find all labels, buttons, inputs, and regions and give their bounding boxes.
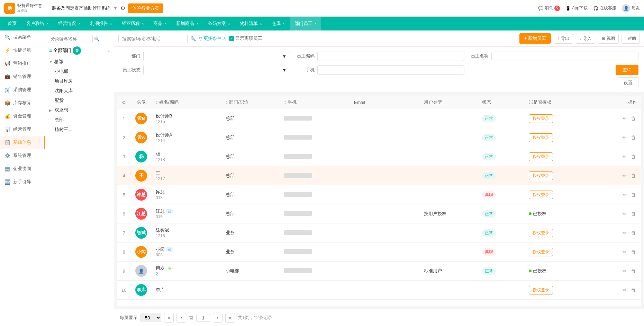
auth-btn[interactable]: 授权登录 [529,191,553,199]
dept-item-shuangzuo[interactable]: ▶ 双座想 [45,105,114,115]
tab-dept-staff[interactable]: 部门员工 × [290,17,321,30]
phone-input[interactable] [317,65,464,75]
prev-page-btn[interactable]: ‹ [176,313,186,323]
delete-btn[interactable]: 🗑 [629,191,637,198]
auth-btn[interactable]: 授权登录 [529,114,553,123]
delete-btn[interactable]: 🗑 [629,172,637,179]
dept-item-zhishu[interactable]: 植树王二 [45,125,114,134]
settings-btn[interactable]: 设置 [618,77,638,88]
dept-item-zongbu[interactable]: ▼ 总部 [45,57,114,67]
sidebar-item-corp[interactable]: 🏢 企业协同 [0,162,45,175]
message-btn[interactable]: 💬 消息 5 [538,5,560,11]
sidebar-item-system[interactable]: ⚙️ 系统管理 [0,149,45,162]
page-size-select[interactable]: 50 100 200 [140,314,161,322]
trial-button[interactable]: 体验行业方案 [128,3,163,13]
view-btn[interactable]: ⊞ 视图 [598,34,619,44]
service-btn[interactable]: 🎧 在线客服 [593,5,616,11]
sidebar-item-sales[interactable]: 💼 销售管理 [0,70,45,83]
th-name[interactable]: ↕ 姓名/编码 [152,96,221,109]
tab-goods[interactable]: 商品 × [148,17,171,30]
dept-item-zongbu2[interactable]: 总部 [45,115,114,125]
tab-barcode[interactable]: 条码方案 × [203,17,235,30]
auth-btn[interactable]: 授权登录 [529,171,553,180]
sidebar-item-shortcut[interactable]: ⚡ 快捷导航 [0,44,45,57]
tab-profit[interactable]: 利润报告 × [85,17,117,30]
dept-search-icon[interactable]: 🔍 [94,36,100,42]
tab-operation[interactable]: 经营情况 × [53,17,85,30]
edit-btn[interactable]: ✏ [621,267,628,274]
edit-btn[interactable]: ✏ [621,210,628,217]
code-input[interactable] [317,52,464,61]
auth-btn[interactable]: 授权登录 [529,248,553,256]
tab-bom[interactable]: 物料清单 × [235,17,267,30]
edit-btn[interactable]: ✏ [621,287,628,293]
sort-icon: ↕ [226,99,228,105]
auth-cell: 授权登录 [525,109,595,128]
edit-btn[interactable]: ✏ [621,153,628,160]
sidebar-item-purchase[interactable]: 🛒 采购管理 [0,83,45,96]
th-phone[interactable]: ↕ 手机 [280,96,350,109]
search-icon[interactable]: 🔍 [190,36,196,41]
status-select[interactable]: ▼ [143,65,290,75]
add-employee-btn[interactable]: + 新增员工 [519,33,551,44]
content-area: 🔍 ▽ 更多条件 ∧ ✓ 显示离职员工 + 新增员工 ↑ 导出 ↓ 导入 [114,30,644,326]
sidebar-item-inventory[interactable]: 📦 库存核算 [0,96,45,109]
delete-btn[interactable]: 🗑 [629,287,637,293]
search-btn[interactable]: 查询 [616,65,638,75]
sidebar-item-finance[interactable]: 💰 资金管理 [0,109,45,123]
search-input[interactable] [118,34,188,43]
delete-btn[interactable]: 🗑 [629,229,637,236]
import-btn[interactable]: ↓ 导入 [576,34,595,44]
gear-button[interactable]: ⚙ [120,5,125,11]
th-settings[interactable]: ⚙ [117,96,131,109]
show-resigned-toggle[interactable]: ✓ 显示离职员工 [229,35,262,42]
sidebar-item-basic[interactable]: 📋 基础信息 [0,136,45,149]
sidebar-item-marketing[interactable]: 📢 营销推广 [0,57,45,70]
sidebar-item-search[interactable]: 🔍 搜索菜单 [0,30,45,44]
edit-btn[interactable]: ✏ [621,172,628,179]
tab-history[interactable]: 经营历程 × [117,17,149,30]
sidebar-item-biz[interactable]: 📊 经营管理 [0,123,45,136]
auth-btn[interactable]: 授权登录 [529,286,553,294]
dept-item-project[interactable]: 项目库房 [45,76,114,86]
name-input[interactable] [491,52,638,61]
dept-all-btn[interactable]: ≡ 全部部门 ⚙ « [45,44,114,57]
dept-select[interactable]: ▼ [143,51,290,61]
edit-btn[interactable]: ✏ [621,191,628,198]
th-dept[interactable]: ↕ 部门/职位 [221,96,280,109]
app-download-btn[interactable]: 📱 App下载 [565,5,588,11]
tab-new-goods[interactable]: 新增商品 × [171,17,203,30]
delete-btn[interactable]: 🗑 [629,134,637,141]
dept-item-shenyang[interactable]: 沈阳大库 [45,86,114,96]
delete-btn[interactable]: 🗑 [629,248,637,255]
dept-item-xiaodian[interactable]: 小电部 [45,67,114,76]
more-filter-btn[interactable]: ▽ 更多条件 ∧ [199,35,226,42]
dept-collapse-btn[interactable]: « [107,48,110,53]
delete-btn[interactable]: 🗑 [629,153,637,160]
page-input[interactable] [196,314,210,322]
auth-btn[interactable]: 授权登录 [529,133,553,142]
delete-btn[interactable]: 🗑 [629,115,637,122]
tab-customer[interactable]: 客户联络 × [21,17,53,30]
export-btn[interactable]: ↑ 导出 [554,34,573,44]
tab-home[interactable]: 首页 [3,17,21,30]
auth-btn[interactable]: 授权登录 [529,152,553,161]
delete-btn[interactable]: 🗑 [629,210,637,217]
first-page-btn[interactable]: « [164,313,174,323]
dept-item-peihuo[interactable]: 配货 [45,96,114,105]
dept-settings-icon[interactable]: ⚙ [73,46,81,55]
next-page-btn[interactable]: › [213,313,223,323]
delete-btn[interactable]: 🗑 [629,267,637,274]
edit-btn[interactable]: ✏ [621,115,628,122]
dept-search-input[interactable] [48,35,93,43]
system-dropdown-icon[interactable]: ▼ [113,6,118,11]
edit-btn[interactable]: ✏ [621,134,628,141]
auth-btn[interactable]: 授权登录 [529,229,553,237]
user-btn[interactable]: 👤 用友 [622,4,640,12]
sidebar-item-guide[interactable]: 🆕 新手引导 [0,175,45,188]
more-btn[interactable]: | 帮助 [622,34,640,44]
last-page-btn[interactable]: » [225,313,235,323]
edit-btn[interactable]: ✏ [621,229,628,236]
tab-warehouse[interactable]: 仓库 × [267,17,290,30]
edit-btn[interactable]: ✏ [621,248,628,255]
